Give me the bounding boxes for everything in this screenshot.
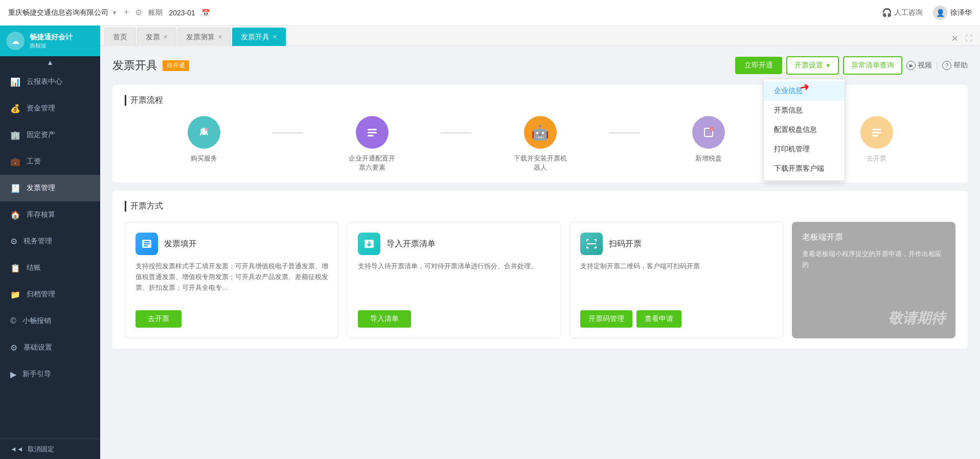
calendar-icon[interactable]: 📅 [201,9,210,17]
dropdown-item-invoice[interactable]: 开票信息 [764,101,845,120]
sidebar-logo: ☁ 畅捷通好会计 旗舰版 [0,26,100,56]
user-info[interactable]: 👤 徐泽华 [933,6,972,20]
step-label-3: 下载并安装开票机器人 [512,154,568,172]
step-connector-1 [272,132,303,133]
scan-icon [580,233,603,255]
pin-icon: ◄◄ [10,445,24,453]
activate-button[interactable]: 立即开通 [735,57,782,74]
header-actions: 立即开通 开票设置 ▼ 异常清单查询 ▶ 视频 | ? [735,56,968,75]
sidebar-scroll-up[interactable]: ▲ [0,56,100,68]
method-card-fill: 发票填开 支持按照发票样式手工填开发票；可开具增值税电子普通发票、增值税普通发票… [125,222,339,338]
dropdown-item-printer[interactable]: 打印机管理 [764,140,845,159]
svg-rect-14 [872,135,878,136]
sidebar-item-label: 基础设置 [24,343,52,352]
sidebar-bottom-action[interactable]: ◄◄ 取消固定 [0,439,100,459]
chevron-down-icon: ▼ [111,9,118,16]
step-connector-3 [609,132,640,133]
tab-close-icon[interactable]: ✕ [218,34,222,40]
page-title-row: 发票开具 待开通 [112,58,189,73]
top-bar: 重庆畅捷交通信息咨询有限公司 ▼ + ⚙ 账期 2023-01 📅 🎧 人工咨询… [0,0,980,26]
tab-bar: 首页 发票 ✕ 发票测算 ✕ 发票开具 ✕ ✕ ⛶ [100,26,980,46]
sidebar-item-zijin[interactable]: 💰 资金管理 [0,95,100,122]
page-header: 发票开具 待开通 立即开通 开票设置 ▼ 异常清单查询 ▶ 视频 [112,56,968,75]
tab-invoice-calc[interactable]: 发票测算 ✕ [177,28,231,46]
import-title: 导入开票清单 [386,239,436,249]
sidebar-item-xiaochang[interactable]: © 小畅报销 [0,308,100,334]
tab-close-icon[interactable]: ✕ [163,34,168,40]
maximize-window-button[interactable]: ⛶ [962,31,976,45]
consult-button[interactable]: 🎧 人工咨询 [882,8,923,17]
tax-icon: ⚙ [10,237,17,246]
import-list-button[interactable]: 导入清单 [358,310,411,328]
tab-invoice-issue[interactable]: 发票开具 ✕ [232,28,286,46]
sidebar-item-xinshou[interactable]: ▶ 新手引导 [0,361,100,387]
process-step-2: 企业开通配置开票六要素 [303,116,441,172]
company-selector[interactable]: 重庆畅捷交通信息咨询有限公司 ▼ [8,8,118,17]
svg-rect-8 [368,135,374,136]
sidebar-item-label: 小畅报销 [22,316,51,326]
svg-rect-16 [144,241,150,242]
methods-section: 开票方式 发票填开 支持按照发票样式手工填开发票；可开具增值税电子普通发票、增值… [112,191,968,349]
fill-icon [135,233,158,255]
scan-buttons: 开票码管理 查看申请 [580,310,773,328]
step-label-5: 去开票 [867,154,886,163]
view-apply-button[interactable]: 查看申请 [636,310,681,328]
step-label-2: 企业开通配置开票六要素 [347,154,398,172]
sidebar-item-gongzi[interactable]: 💼 工资 [0,148,100,175]
method-header: 发票填开 [135,233,328,255]
step-icon-3: 🤖 [524,116,557,149]
tab-home[interactable]: 首页 [104,28,136,46]
sidebar-item-label: 发票管理 [27,183,55,193]
sidebar-item-label: 结账 [27,263,41,272]
sidebar-item-label: 归档管理 [27,290,55,299]
settings-button[interactable]: 开票设置 ▼ [786,56,839,75]
qrcode-manage-button[interactable]: 开票码管理 [580,310,632,328]
logo-subtitle: 旗舰版 [30,42,73,50]
boss-title: 老板端开票 [802,232,945,243]
sidebar-item-jichushezhi[interactable]: ⚙ 基础设置 [0,334,100,361]
add-company-icon[interactable]: + [124,7,129,18]
scan-title: 扫码开票 [609,239,642,249]
fill-invoice-button[interactable]: 去开票 [135,310,181,328]
step-icon-2 [356,116,389,149]
step-icon-1 [188,116,220,149]
close-window-button[interactable]: ✕ [947,31,962,45]
sidebar-item-kucun[interactable]: 🏠 库存核算 [0,201,100,228]
tab-close-icon[interactable]: ✕ [272,34,277,40]
dropdown-arrow-icon: ▼ [825,62,831,68]
company-name: 重庆畅捷交通信息咨询有限公司 [8,8,108,17]
methods-title: 开票方式 [125,201,955,212]
fill-title: 发票填开 [164,239,197,249]
svg-rect-17 [144,243,150,244]
period-label: 账期 [148,8,163,17]
logo-title: 畅捷通好会计 [30,33,73,42]
anomaly-button[interactable]: 异常清单查询 [843,56,902,75]
step-label-4: 新增税盘 [695,154,722,163]
sidebar-item-shuiwu[interactable]: ⚙ 税务管理 [0,228,100,255]
help-button[interactable]: ? 帮助 [942,61,968,70]
tab-label: 发票 [146,33,160,42]
settings-icon[interactable]: ⚙ [135,8,142,17]
step-icon-5 [860,116,893,149]
sidebar-item-fapiao[interactable]: 🧾 发票管理 [0,175,100,201]
method-card-boss: 老板端开票 查看老板端小程序提交的开票申请，并作出相应的 敬请期待 [792,222,955,338]
question-icon: ? [942,61,951,70]
sidebar-item-yunbao[interactable]: 📊 云报表中心 [0,68,100,95]
video-button[interactable]: ▶ 视频 [906,61,932,70]
tab-invoice[interactable]: 发票 ✕ [137,28,176,46]
video-label: 视频 [918,61,932,70]
play-icon: ▶ [906,61,916,70]
sidebar-item-guidang[interactable]: 📁 归档管理 [0,281,100,308]
svg-text:+: + [711,128,713,131]
method-header: 扫码开票 [580,233,773,255]
content-area: 发票开具 待开通 立即开通 开票设置 ▼ 异常清单查询 ▶ 视频 [100,46,980,459]
dropdown-item-download[interactable]: 下载开票客户端 [764,159,845,178]
sidebar-item-guding[interactable]: 🏢 固定资产 [0,122,100,148]
svg-rect-7 [368,132,377,133]
dropdown-item-taxdisk[interactable]: 配置税盘信息 [764,120,845,140]
sidebar-item-jiezhang[interactable]: 📋 结账 [0,255,100,281]
svg-rect-12 [872,129,881,130]
help-label: 帮助 [953,61,968,70]
consult-label: 人工咨询 [894,8,923,17]
salary-icon: 💼 [10,157,20,167]
